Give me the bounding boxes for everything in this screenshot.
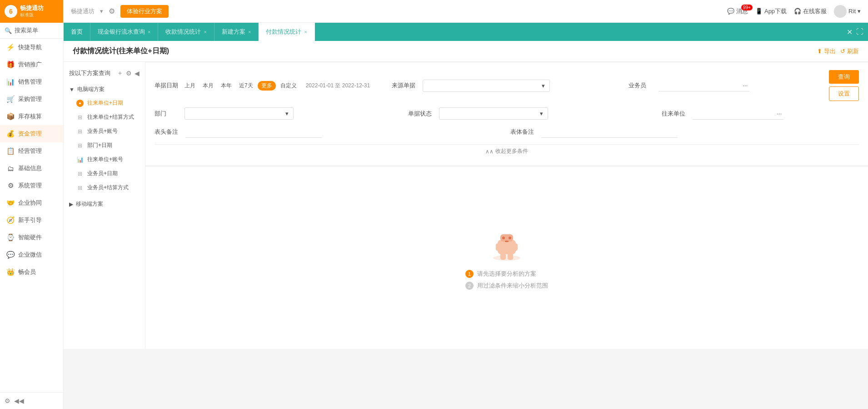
scheme-item-label: 业务员+结算方式 (87, 184, 129, 192)
staff-ellipsis-icon: ··· (743, 82, 748, 89)
scheme-group-mobile-title[interactable]: ▶ 移动端方案 (64, 197, 145, 211)
topbar-settings-btn[interactable]: ⚙ (109, 7, 115, 15)
online-service-label: 在线客服 (803, 7, 827, 15)
user-avatar-btn[interactable]: Rit ▾ (834, 5, 861, 18)
export-btn[interactable]: ⬆ 导出 (817, 47, 836, 56)
sidebar-settings-btn[interactable]: ⚙ (5, 397, 10, 404)
tabs-bar: 首页 现金银行流水查询 × 收款情况统计 × 新建方案 × 付款情况统计 × ✕… (64, 23, 868, 41)
tip-text-2: 用过滤条件来缩小分析范围 (477, 282, 548, 290)
left-panel-header: 按以下方案查询 ＋ ⚙ ◀ (64, 66, 145, 80)
sidebar-item-guide[interactable]: 🧭 新手引导 (0, 212, 63, 229)
scheme-item-label: 往来单位+结算方式 (87, 113, 134, 121)
logo-sub: 标准版 (20, 12, 44, 18)
date-filter-group: 单据日期 上月 本月 本年 近7天 更多 自定义 2022-01-01 至 20… (155, 81, 384, 91)
head-note-input[interactable] (185, 126, 322, 138)
date-btn-more[interactable]: 更多 (258, 81, 276, 91)
sidebar-item-purchase[interactable]: 🛒 采购管理 (0, 91, 63, 108)
partner-input[interactable]: ··· (693, 108, 783, 120)
status-select[interactable] (439, 107, 548, 120)
setting-btn[interactable]: 设置 (829, 86, 859, 101)
tab-bank-label: 现金银行流水查询 (98, 28, 145, 36)
head-note-section: 表头备注 (155, 126, 503, 138)
tip-text-1: 请先选择要分析的方案 (477, 270, 536, 278)
topbar: 畅捷通坊 ▾ ⚙ 体验行业方案 💬 消息 99+ 📱 App下载 🎧 在线客服 … (64, 0, 868, 23)
tab-payment-close[interactable]: × (304, 29, 307, 35)
online-service-btn[interactable]: 🎧 在线客服 (794, 7, 827, 15)
tab-bank-close[interactable]: × (148, 29, 150, 35)
partner-ellipsis-icon: ··· (777, 110, 782, 117)
scheme-active-icon: ● (76, 100, 84, 107)
scheme-item-label: 往来单位+日期 (87, 99, 123, 107)
scheme-item-staff-account[interactable]: ⊞ 业务员+账号 (64, 124, 145, 138)
sidebar-item-label: 企业协同 (18, 199, 42, 207)
query-btn[interactable]: 查询 (829, 70, 859, 84)
dept-select[interactable] (185, 107, 294, 120)
username-label: Rit (848, 8, 856, 15)
sidebar-item-operation[interactable]: 📋 经营管理 (0, 142, 63, 160)
tab-close-all-btn[interactable]: ✕ (847, 28, 853, 36)
message-btn[interactable]: 💬 消息 99+ (727, 7, 748, 15)
scheme-item-staff-date[interactable]: ⊞ 业务员+日期 (64, 167, 145, 181)
headset-icon: 🎧 (794, 8, 801, 15)
tab-new-plan-close[interactable]: × (248, 29, 251, 35)
refresh-btn[interactable]: ↺ 刷新 (840, 47, 859, 56)
scheme-settings-btn[interactable]: ⚙ (126, 70, 132, 77)
sidebar-item-inventory[interactable]: 📦 库存核算 (0, 108, 63, 125)
date-btn-this-month[interactable]: 本月 (200, 81, 216, 91)
scheme-item-partner-account[interactable]: 📊 往来单位+账号 (64, 152, 145, 167)
left-panel-actions: ＋ ⚙ ◀ (117, 69, 140, 77)
tab-receipt[interactable]: 收款情况统计 × (158, 23, 214, 41)
body-note-input[interactable] (541, 126, 678, 138)
enterprise-icon: 🤝 (6, 199, 15, 207)
add-scheme-btn[interactable]: ＋ (117, 69, 123, 77)
status-filter-section: 单据状态 (408, 107, 654, 120)
date-btn-7days[interactable]: 近7天 (236, 81, 256, 91)
sidebar-item-member[interactable]: 👑 畅会员 (0, 263, 63, 281)
scheme-item-partner-date[interactable]: ● 往来单位+日期 (64, 96, 145, 110)
empty-tips: 1 请先选择要分析的方案 2 用过滤条件来缩小分析范围 (465, 270, 548, 290)
sidebar-search[interactable]: 🔍 搜索菜单 (0, 23, 63, 39)
dept-chevron-icon (285, 110, 289, 117)
tab-new-plan[interactable]: 新建方案 × (215, 23, 259, 41)
sidebar-item-basic[interactable]: 🗂 基础信息 (0, 160, 63, 177)
scheme-item-partner-settlement[interactable]: ⊞ 往来单位+结算方式 (64, 110, 145, 124)
sales-icon: 📊 (6, 78, 15, 86)
tab-home-label: 首页 (71, 28, 83, 36)
sidebar-item-sales[interactable]: 📊 销售管理 (0, 73, 63, 91)
svg-rect-6 (496, 243, 499, 251)
sidebar-item-quick-nav[interactable]: ⚡ 快捷导航 (0, 39, 63, 56)
tab-bank[interactable]: 现金银行流水查询 × (90, 23, 158, 41)
left-panel-title: 按以下方案查询 (69, 69, 110, 77)
tab-payment-label: 付款情况统计 (266, 28, 301, 36)
sidebar-item-marketing[interactable]: 🎁 营销推广 (0, 56, 63, 73)
sidebar-collapse-btn[interactable]: ◀◀ (14, 397, 24, 404)
tab-payment[interactable]: 付款情况统计 × (259, 23, 314, 41)
scheme-group-desktop-title[interactable]: ▼ 电脑端方案 (64, 83, 145, 96)
sidebar-item-wechat[interactable]: 💬 企业微信 (0, 246, 63, 263)
svg-rect-5 (505, 241, 509, 242)
sidebar-item-enterprise[interactable]: 🤝 企业协同 (0, 194, 63, 212)
refresh-icon: ↺ (840, 48, 845, 55)
sidebar-item-system[interactable]: ⚙ 系统管理 (0, 177, 63, 194)
right-main: 单据日期 上月 本月 本年 近7天 更多 自定义 2022-01-01 至 20… (145, 62, 868, 349)
date-btn-custom[interactable]: 自定义 (278, 81, 299, 91)
sidebar-item-fund[interactable]: 💰 资金管理 (0, 125, 63, 142)
topbar-right: 💬 消息 99+ 📱 App下载 🎧 在线客服 Rit ▾ (727, 5, 861, 18)
app-download-btn[interactable]: 📱 App下载 (755, 7, 787, 15)
trial-btn[interactable]: 体验行业方案 (120, 5, 169, 18)
tab-home[interactable]: 首页 (64, 23, 90, 41)
scheme-item-dept-date[interactable]: ⊞ 部门+日期 (64, 138, 145, 152)
basic-icon: 🗂 (6, 164, 15, 172)
scheme-table-icon: ⊞ (76, 114, 84, 121)
date-btn-this-year[interactable]: 本年 (218, 81, 234, 91)
date-btn-last-month[interactable]: 上月 (182, 81, 198, 91)
sidebar-logo: 6 畅捷通坊 标准版 (0, 0, 63, 23)
staff-input[interactable]: ··· (658, 80, 749, 91)
tab-maximize-btn[interactable]: ⛶ (856, 28, 863, 36)
tab-receipt-close[interactable]: × (204, 29, 206, 35)
source-select[interactable] (423, 80, 550, 92)
collapse-btn[interactable]: ∧∧ 收起更多条件 (155, 144, 859, 158)
panel-collapse-btn[interactable]: ◀ (135, 70, 140, 77)
scheme-item-staff-settlement[interactable]: ⊞ 业务员+结算方式 (64, 181, 145, 195)
sidebar-item-hardware[interactable]: ⌚ 智能硬件 (0, 229, 63, 246)
